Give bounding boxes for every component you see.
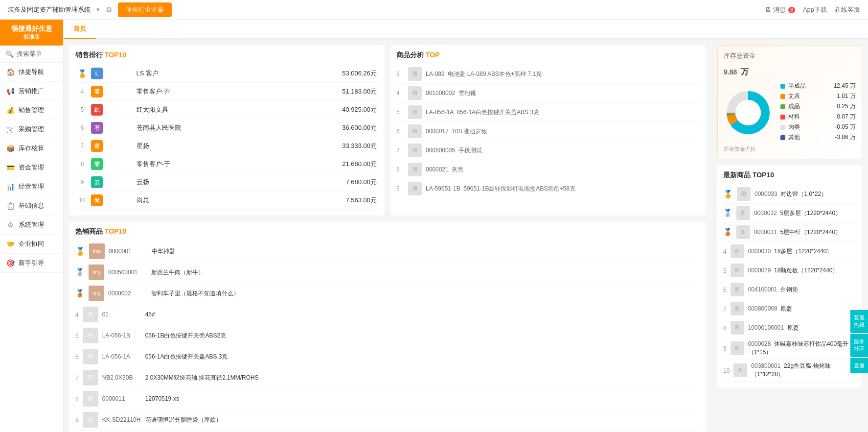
list-item: 5 图 LA-056-1A 056-1A白色按键开关盖ABS 3克	[396, 103, 700, 122]
float-button[interactable]: 服务社区	[850, 334, 868, 357]
topbar-online-service[interactable]: 在线客服	[835, 5, 860, 14]
right-panel: 库存总资金 9.88 万	[711, 39, 868, 432]
table-row: 9 云 云扬 7,680.00元	[75, 173, 379, 192]
list-item: 4 图 0000030 18多层（1220*2440）	[723, 242, 856, 261]
chart-legend: 半成品 12.45 万 文具 1.01 万 成品 0.25 万 材料 0.07 …	[780, 82, 856, 144]
float-buttons: 客服热线服务社区直播	[850, 310, 868, 373]
list-item: 🏅 img 0000001 中华神器	[75, 241, 700, 262]
sidebar-item-enterprise[interactable]: 🤝 企业协同	[0, 235, 63, 254]
marketing-icon: 📢	[6, 87, 15, 96]
sidebar-item-guide[interactable]: 🎯 新手引导	[0, 254, 63, 273]
sidebar-item-sales[interactable]: 💰 销售管理	[0, 101, 63, 120]
hot-products-card: 热销商品 TOP10 🏅 img 0000001 中华神器 🥈 img 0005…	[69, 221, 706, 432]
system-icon: ⚙	[6, 220, 15, 229]
sidebar-item-purchase[interactable]: 🛒 采购管理	[0, 120, 63, 139]
product-analysis-list: 3 图 LA-089 电池盖 LA-089 ABS本色+黑种 7.1克 4 图 …	[396, 65, 700, 198]
sales-icon: 💰	[6, 106, 15, 115]
list-item: 9 图 KK-SD22110H 花语萌恒温分腿睡袋（厚款）	[75, 409, 700, 431]
new-products-list: 🏅 图 0000033 对边带（1.0*22） 🥈 图 0000032 5层多层…	[723, 185, 856, 382]
purchase-icon: 🛒	[6, 125, 15, 134]
legend-item: 其他 -3.86 万	[780, 133, 856, 142]
table-row: 8 零 零售客户-于 21,680.00元	[75, 155, 379, 173]
table-row: 🏅 L LS 客户 53,006.26元	[75, 65, 379, 83]
list-item: 🥈 img 000500001 新西兰牛肉（新牛）	[75, 262, 700, 283]
sidebar-item-quick-nav[interactable]: 🏠 快捷导航	[0, 63, 63, 82]
sidebar: 畅捷通好生意 标准版 🔍 搜索菜单 🏠 快捷导航 📢 营销推广 💰 销售管理 🛒…	[0, 20, 64, 432]
list-item: 8 图 0000021 夹壳	[396, 160, 700, 179]
table-row: 7 星 星扬 33,333.00元	[75, 137, 379, 155]
topbar-right: 🖥 消息 6 App下载 在线客服	[765, 5, 860, 14]
top-section: 销售排行 TOP10 🏅 L LS 客户 53,006.26元 4 零 零售客户…	[69, 45, 706, 216]
list-item: 🥈 图 0000032 5层多层（1220*2440）	[723, 204, 856, 223]
sidebar-item-marketing[interactable]: 📢 营销推广	[0, 82, 63, 101]
float-button[interactable]: 客服热线	[850, 310, 868, 333]
sidebar-item-operations[interactable]: 📊 经营管理	[0, 177, 63, 196]
table-row: 5 红 红太阳文具 40,925.00元	[75, 101, 379, 119]
basic-info-icon: 📋	[6, 201, 15, 210]
product-analysis-title: 商品分析 TOP	[396, 51, 700, 60]
sidebar-search[interactable]: 🔍 搜索菜单	[0, 46, 63, 63]
donut-chart	[724, 88, 773, 137]
list-item: 8 图 0000011 12070519-xs	[75, 388, 700, 409]
list-item: 4 图 001000002 雪地靴	[396, 84, 700, 103]
list-item: 5 图 LA-056-1B 056-1B白色按键开关壳ABS2克	[75, 325, 700, 346]
list-item: 7 图 000800005 手机测试	[396, 141, 700, 160]
sidebar-item-system[interactable]: ⚙ 系统管理	[0, 216, 63, 235]
inventory-label: 库存总资金	[724, 51, 856, 60]
home-icon: 🏠	[6, 68, 15, 76]
main: 首页 销售排行 TOP10 🏅 L LS 客户 53,00	[64, 20, 868, 432]
operations-icon: 📊	[6, 182, 15, 191]
list-item: 9 图 0000028 体碱嘉枝味苏打饮品400毫升（1*15）	[723, 337, 856, 360]
list-item: 🥉 图 0000031 5层中纤（1220*2440）	[723, 223, 856, 242]
topbar-gear-icon[interactable]: ⚙	[106, 5, 112, 14]
enterprise-icon: 🤝	[6, 240, 15, 248]
list-item: 8 图 10000100001 原盔	[723, 318, 856, 337]
float-button[interactable]: 直播	[850, 358, 868, 373]
table-row: 6 苍 苍南县人民医院 36,600.00元	[75, 119, 379, 137]
list-item: 7 图 000800008 原盔	[723, 299, 856, 318]
sales-ranking-card: 销售排行 TOP10 🏅 L LS 客户 53,006.26元 4 零 零售客户…	[69, 45, 385, 216]
product-analysis-card: 商品分析 TOP 3 图 LA-089 电池盖 LA-089 ABS本色+黑种 …	[390, 45, 706, 216]
list-item: 🥉 img 0000002 智利车子里（规格不知道填什么）	[75, 283, 700, 304]
left-panel: 销售排行 TOP10 🏅 L LS 客户 53,006.26元 4 零 零售客户…	[64, 39, 711, 432]
topbar: 装备及固定资产辅助管理系统 ▾ ⚙ 体验行业方案 🖥 消息 6 App下载 在线…	[0, 0, 868, 20]
sales-ranking-title: 销售排行 TOP10	[75, 51, 379, 60]
guide-icon: 🎯	[6, 259, 15, 267]
list-item: 5 图 0000029 18颗粒板（1220*2440）	[723, 261, 856, 280]
sidebar-logo[interactable]: 畅捷通好生意 标准版	[0, 20, 63, 46]
list-item: 10 图 003800001 22g鱼豆腐-烧烤味（1*12*20）	[723, 360, 856, 382]
table-row: 10 尚 尚总 7,563.00元	[75, 192, 379, 210]
content-area: 销售排行 TOP10 🏅 L LS 客户 53,006.26元 4 零 零售客户…	[64, 39, 868, 432]
legend-item: 材料 0.07 万	[780, 113, 856, 121]
legend-item: 肉类 -0.05 万	[780, 123, 856, 131]
list-item: 6 图 004100001 白钢垫	[723, 280, 856, 299]
sidebar-item-finance[interactable]: 💳 资金管理	[0, 158, 63, 177]
inventory-icon: 📦	[6, 144, 15, 153]
nav-tabs: 首页	[64, 20, 868, 39]
sidebar-item-inventory[interactable]: 📦 库存核算	[0, 139, 63, 158]
legend-item: 文具 1.01 万	[780, 92, 856, 100]
legend-item: 半成品 12.45 万	[780, 82, 856, 90]
list-item: 6 图 LA-056-1A 056-1A白色按键开关盖ABS 3克	[75, 346, 700, 367]
topbar-system-name: 装备及固定资产辅助管理系统	[8, 5, 91, 14]
hot-products-list: 🏅 img 0000001 中华神器 🥈 img 000500001 新西兰牛肉…	[75, 241, 700, 431]
new-products-title: 最新商品 TOP10	[723, 171, 856, 180]
inventory-amount: 9.88 万	[724, 62, 856, 78]
chart-subtitle: 库存资金占比	[724, 145, 856, 153]
topbar-messages[interactable]: 🖥 消息 6	[765, 5, 795, 14]
tab-home[interactable]: 首页	[64, 20, 96, 39]
list-item: 🏅 图 0000033 对边带（1.0*22）	[723, 185, 856, 204]
finance-icon: 💳	[6, 163, 15, 172]
list-item: 3 图 LA-089 电池盖 LA-089 ABS本色+黑种 7.1克	[396, 65, 700, 84]
hot-products-title: 热销商品 TOP10	[75, 227, 700, 236]
sales-ranking-table: 🏅 L LS 客户 53,006.26元 4 零 零售客户-许 51,183.0…	[75, 65, 379, 210]
topbar-app-download[interactable]: App下载	[803, 5, 827, 14]
topbar-dropdown-icon[interactable]: ▾	[96, 6, 100, 13]
chart-area: 半成品 12.45 万 文具 1.01 万 成品 0.25 万 材料 0.07 …	[724, 82, 856, 144]
sidebar-item-basic-info[interactable]: 📋 基础信息	[0, 196, 63, 216]
svg-point-5	[735, 100, 761, 125]
inventory-card: 库存总资金 9.88 万	[717, 45, 862, 159]
trial-button[interactable]: 体验行业方案	[118, 2, 172, 17]
table-row: 4 零 零售客户-许 51,183.00元	[75, 83, 379, 101]
list-item: 6 图 0000017 10S 变扭罗猴	[396, 122, 700, 141]
